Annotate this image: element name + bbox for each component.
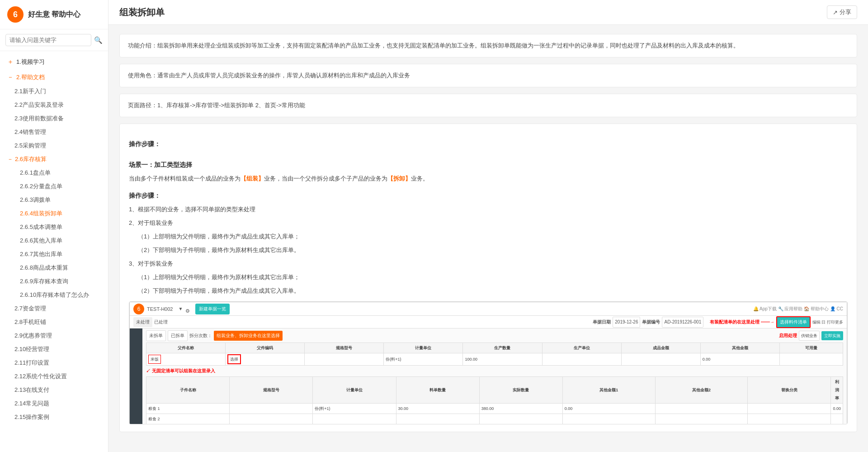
subtab1[interactable]: 未拆单	[146, 330, 166, 341]
sidebar-item-costreset[interactable]: 2.6.8商品成本重算	[0, 261, 108, 275]
search-icon[interactable]: 🔍	[94, 36, 103, 44]
search-box: 🔍	[0, 29, 108, 51]
date-label: 单据日期	[593, 318, 611, 327]
app-logo-text: 好生意 帮助中心	[28, 10, 80, 19]
sidebar-item-mobile[interactable]: 2.8手机旺铺	[0, 315, 108, 329]
sidebar-item-finance[interactable]: 2.7资金管理	[0, 302, 108, 315]
sidebar-item-cases[interactable]: 2.15操作案例	[0, 410, 108, 424]
sidebar-item-management[interactable]: 2.10经营管理	[0, 343, 108, 356]
assembly-tag: 【组装】	[241, 175, 264, 182]
step3-2: （2）下部明细为子件明细，最终作为产成品生成其它入库单。	[129, 285, 848, 297]
app-top-bar: 6 TEST-H002 ▼ ⚙ 新建单据一览 🔔 App下载 🔧 应用帮助 🏠 …	[130, 302, 847, 316]
sidebar-item-install[interactable]: 2.2产品安装及登录	[0, 98, 108, 112]
main-scrollable-content: 功能介绍：组装拆卸单用来处理企业组装或拆卸等加工业务，支持有固定装配清单的产品加…	[108, 25, 868, 452]
main-content-area: 组装拆卸单 ↗ 分享 功能介绍：组装拆卸单用来处理企业组装或拆卸等加工业务，支持…	[108, 0, 868, 452]
upper-table-section: 父件名称 父件编码 规格型号 计量单位 生产数量 生产单位 成品金额 其他金额	[146, 343, 843, 366]
sidebar-item-transfer[interactable]: 2.6.3调拨单	[0, 193, 108, 207]
tab-inactive[interactable]: 已处理	[154, 318, 168, 327]
scene1-desc: 当由多个子件材料组装成一个成品的业务为【组装】业务，当由一个父件拆分成多个子产品…	[129, 173, 848, 185]
sidebar-item-faq[interactable]: 2.14常见问题	[0, 397, 108, 410]
confirm-btn[interactable]: 立即实施	[821, 331, 843, 340]
sidebar-item-sales[interactable]: 2.4销售管理	[0, 125, 108, 139]
lower-table-section: 子件名称 规格型号 计量单位 料单数量 实际数量 其他金额1 其他金额2 替换分…	[146, 376, 843, 424]
sidebar-logo: 6 好生意 帮助中心	[0, 0, 108, 29]
sidebar-item-onlinepay[interactable]: 2.13在线支付	[0, 383, 108, 397]
more-btns: 编辑 日 打印更多	[812, 318, 843, 326]
plus-icon: ＋	[7, 58, 14, 66]
annotation-assembly-list: 有装配清单的在这里处理 ——→	[710, 318, 774, 327]
step3-1: （1）上部明细为父件明细，最终作为原材料生成其它出库单；	[129, 271, 848, 283]
app-test-id: TEST-H002	[147, 304, 173, 314]
subtab2[interactable]: 已拆单	[168, 330, 188, 341]
intro-section-2: 使用角色：通常由生产人员或库管人员完成拆装业务的操作，库管人员确认原材料的出库和…	[119, 64, 857, 87]
step2-heading: 2、对于组装业务	[129, 217, 848, 229]
nav-sub-items-docs: 2.1新手入门 2.2产品安装及登录 2.3使用前数据准备 2.4销售管理 2.…	[0, 85, 108, 424]
sidebar-item-stocktake[interactable]: 2.6.1盘点单	[0, 166, 108, 180]
tab-active[interactable]: 未处理	[133, 317, 152, 327]
minus-icon-inventory: －	[7, 155, 13, 163]
search-input[interactable]	[5, 34, 91, 46]
scene1-heading: 场景一：加工类型选择	[129, 158, 848, 171]
sidebar-item-coupon[interactable]: 2.9优惠券管理	[0, 329, 108, 343]
steps-sub-heading: 操作步骤：	[129, 189, 848, 202]
nav-section-docs: － 2.帮助文档 2.1新手入门 2.2产品安装及登录 2.3使用前数据准备 2…	[0, 70, 108, 424]
minus-icon-docs: －	[7, 73, 14, 81]
step1: 1、根据不同的业务，选择不同单据的类型来处理	[129, 204, 848, 215]
orange-label-assembly: 组装业务、拆卸业务在这里选择	[214, 331, 283, 341]
sidebar-item-costadj[interactable]: 2.6.5成本调整单	[0, 220, 108, 234]
nav-section-video: ＋ 1.视频学习	[0, 55, 108, 69]
sidebar-item-customization[interactable]: 2.12系统个性化设置	[0, 370, 108, 383]
parent-table: 父件名称 父件编码 规格型号 计量单位 生产数量 生产单位 成品金额 其他金额	[146, 343, 843, 366]
annotation-processing: 启用处理	[779, 331, 797, 340]
sidebar-item-inventoryfix[interactable]: 2.6.10库存账本错了怎么办	[0, 288, 108, 302]
sub-tab-row: 未拆单 已拆单 拆分次数： 组装业务、拆卸业务在这里选择 启用处理 供销业务 立…	[146, 330, 843, 341]
sidebar: 6 好生意 帮助中心 🔍 ＋ 1.视频学习 － 2.帮助文档 2.1新手入门 2…	[0, 0, 108, 452]
sidebar-item-inventory[interactable]: － 2.6库存核算	[0, 152, 108, 166]
processing-select-box: 供销业务	[799, 331, 820, 341]
app-logo-small: 6	[133, 304, 144, 314]
sidebar-nav: ＋ 1.视频学习 － 2.帮助文档 2.1新手入门 2.2产品安装及登录 2.3…	[0, 51, 108, 452]
step2-2: （2）下部明细为子件明细，最终作为原材料生成其它出库单。	[129, 244, 848, 256]
intro-section-1: 功能介绍：组装拆卸单用来处理企业组装或拆卸等加工业务，支持有固定装配清单的产品加…	[119, 34, 857, 57]
sidebar-item-inventoryquery[interactable]: 2.6.9库存账本查询	[0, 275, 108, 288]
date-value: 2019-12-26	[613, 317, 640, 328]
sidebar-item-assembly[interactable]: 2.6.4组装拆卸单	[0, 207, 108, 220]
sidebar-item-otheroutbound[interactable]: 2.6.7其他出库单	[0, 247, 108, 261]
sidebar-item-newuser[interactable]: 2.1新手入门	[0, 85, 108, 98]
intro-section-3: 页面路径：1、库存核算->库存管理->组装拆卸单 2、首页->常用功能	[119, 94, 857, 117]
dropdown-arrow: ▼	[178, 305, 183, 314]
share-button[interactable]: ↗ 分享	[827, 5, 857, 19]
step2-1: （1）上部明细为父件明细，最终作为产成品生成其它入库单；	[129, 231, 848, 243]
order-label: 单据编号	[642, 318, 660, 327]
page-title: 组装拆卸单	[119, 6, 165, 19]
app-main-body: 未拆单 已拆单 拆分次数： 组装业务、拆卸业务在这里选择 启用处理 供销业务 立…	[142, 328, 847, 424]
annotation-freeform: ↙ 无固定清单可以组装在这里录入	[146, 366, 843, 376]
sidebar-item-dataprep[interactable]: 2.3使用前数据准备	[0, 112, 108, 125]
operations-heading: 操作步骤：	[129, 131, 848, 154]
new-order-btn[interactable]: 新建单据一览	[195, 304, 230, 314]
sidebar-item-docs[interactable]: － 2.帮助文档	[0, 70, 108, 85]
select-bom-btn[interactable]: 选择料件清单	[776, 316, 811, 328]
app-tabs-bar: 未处理 已处理 单据日期 2019-12-26 单据编号 AD-20191226…	[130, 316, 847, 328]
app-screenshot: 6 TEST-H002 ▼ ⚙ 新建单据一览 🔔 App下载 🔧 应用帮助 🏠 …	[129, 302, 847, 424]
app-icons-right: 🔔 App下载 🔧 应用帮助 🏠 帮助中心 👤 CC	[753, 305, 843, 314]
disassembly-tag: 【拆卸】	[387, 175, 411, 182]
steps-content: 操作步骤： 场景一：加工类型选择 当由多个子件材料组装成一个成品的业务为【组装】…	[119, 124, 857, 432]
screenshot-container: 6 TEST-H002 ▼ ⚙ 新建单据一览 🔔 App下载 🔧 应用帮助 🏠 …	[129, 301, 848, 424]
count-label: 拆分次数：	[189, 331, 212, 340]
sidebar-item-print[interactable]: 2.11打印设置	[0, 356, 108, 370]
sidebar-item-otherinbound[interactable]: 2.6.6其他入库单	[0, 234, 108, 247]
main-header: 组装拆卸单 ↗ 分享	[108, 0, 868, 25]
app-left-nav	[130, 328, 142, 424]
settings-icon: ⚙	[185, 306, 192, 312]
order-value: AD-20191226-001	[662, 317, 703, 328]
sub-table: 子件名称 规格型号 计量单位 料单数量 实际数量 其他金额1 其他金额2 替换分…	[146, 376, 843, 424]
sidebar-item-video[interactable]: ＋ 1.视频学习	[0, 55, 108, 69]
share-icon: ↗	[833, 9, 838, 16]
app-logo-icon: 6	[7, 6, 24, 23]
step3-heading: 3、对于拆装业务	[129, 258, 848, 270]
sidebar-item-partialstocktake[interactable]: 2.6.2分量盘点单	[0, 180, 108, 193]
app-body: 未拆单 已拆单 拆分次数： 组装业务、拆卸业务在这里选择 启用处理 供销业务 立…	[130, 328, 847, 424]
sidebar-item-purchase[interactable]: 2.5采购管理	[0, 139, 108, 152]
